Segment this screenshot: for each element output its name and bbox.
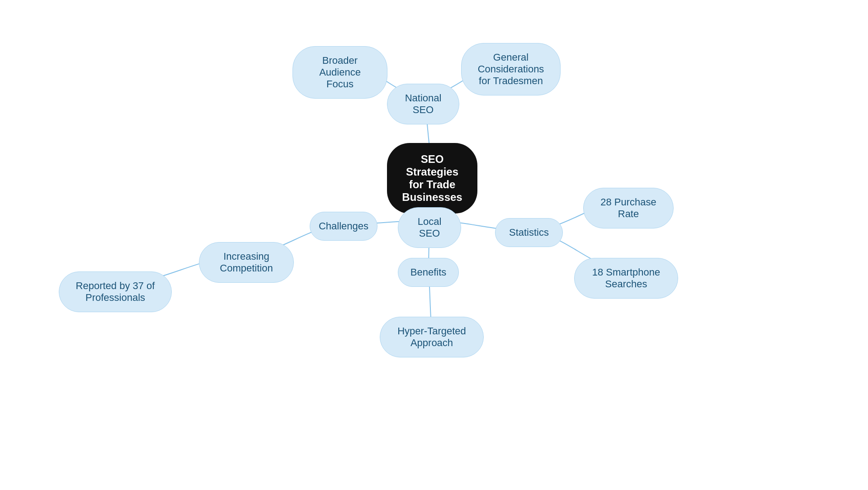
node-nationalSEO[interactable]: National SEO [387,84,459,124]
node-hyperTargeted[interactable]: Hyper-Targeted Approach [380,317,484,357]
node-smartphoneSearches[interactable]: 18 Smartphone Searches [574,258,678,299]
node-broaderAudience[interactable]: Broader Audience Focus [292,46,387,99]
node-localSEO[interactable]: Local SEO [398,207,461,248]
node-challenges[interactable]: Challenges [310,212,377,241]
node-increasingCompetition[interactable]: Increasing Competition [199,242,294,283]
node-statistics[interactable]: Statistics [495,218,563,247]
node-center[interactable]: SEO Strategies for Trade Businesses [387,143,477,214]
node-reportedBy[interactable]: Reported by 37 of Professionals [59,271,172,312]
node-benefits[interactable]: Benefits [398,258,459,287]
node-purchaseRate[interactable]: 28 Purchase Rate [583,188,674,228]
node-generalConsiderations[interactable]: General Considerations for Tradesmen [461,43,561,95]
